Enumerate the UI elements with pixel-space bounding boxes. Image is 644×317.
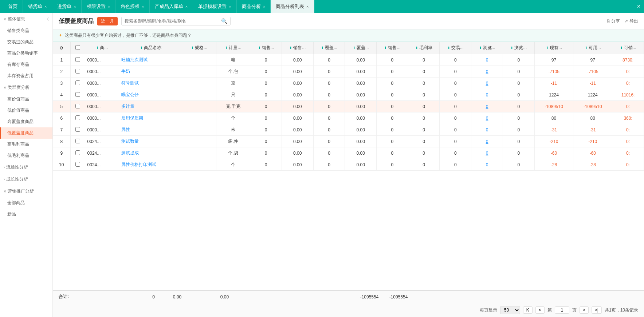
row-select-checkbox[interactable]	[75, 69, 80, 74]
page-number-input[interactable]	[555, 306, 569, 314]
sidebar-section-cluster[interactable]: ∨ 类群度分析	[0, 82, 52, 94]
sidebar-item-new-products[interactable]: 新品	[0, 209, 52, 220]
sidebar-item-sales-products[interactable]: 销售类商品	[0, 25, 52, 36]
row-browse1[interactable]: 0	[471, 124, 503, 136]
close-icon[interactable]: ×	[229, 4, 231, 9]
sort-icon[interactable]: ⬆	[289, 46, 292, 50]
sort-icon[interactable]: ⬆	[546, 46, 549, 50]
sidebar-item-in-stock[interactable]: 有库存商品	[0, 59, 52, 70]
row-checkbox[interactable]	[70, 101, 85, 112]
sort-icon[interactable]: ⬆	[96, 46, 99, 50]
close-icon[interactable]: ×	[142, 4, 144, 9]
row-select-checkbox[interactable]	[75, 127, 80, 132]
row-checkbox[interactable]	[70, 89, 85, 101]
close-icon[interactable]: ×	[74, 4, 76, 9]
row-checkbox[interactable]	[70, 136, 85, 147]
sidebar-item-traded-products[interactable]: 交易过的商品	[0, 36, 52, 48]
nav-product-analysis[interactable]: 商品分析 ×	[237, 0, 271, 13]
row-select-checkbox[interactable]	[75, 104, 80, 108]
row-select-checkbox[interactable]	[75, 80, 80, 85]
nav-purchase-order[interactable]: 进货单 ×	[52, 0, 81, 13]
sort-icon[interactable]: ⬆	[191, 46, 194, 50]
sort-icon[interactable]: ⬆	[447, 46, 450, 50]
row-browse1[interactable]: 0	[471, 136, 503, 147]
sort-icon[interactable]: ⬆	[321, 46, 324, 50]
window-close-icon[interactable]: ×	[637, 3, 640, 10]
select-all-checkbox[interactable]	[75, 45, 80, 50]
row-name[interactable]: 旺铺批次测试	[119, 54, 182, 66]
sort-icon[interactable]: ⬆	[415, 46, 418, 50]
last-page-button[interactable]: >|	[592, 306, 602, 314]
sidebar-item-high-coverage[interactable]: 高覆盖度商品	[0, 116, 52, 127]
sidebar-item-low-gross[interactable]: 低毛利商品	[0, 150, 52, 161]
row-browse1[interactable]: 0	[471, 147, 503, 159]
sidebar-item-low-coverage[interactable]: 低覆盖度商品	[0, 127, 52, 139]
sort-icon[interactable]: ⬆	[620, 46, 623, 50]
sort-icon[interactable]: ⬆	[479, 46, 482, 50]
checkbox-column-header[interactable]	[70, 42, 85, 54]
export-button[interactable]: ↗ 导出	[624, 18, 638, 24]
row-select-checkbox[interactable]	[75, 92, 80, 97]
sidebar-item-all-products[interactable]: 全部商品	[0, 197, 52, 209]
next-page-button[interactable]: >	[580, 306, 589, 314]
row-browse1[interactable]: 0	[471, 89, 503, 101]
row-browse1[interactable]: 0	[471, 54, 503, 66]
sidebar-item-inventory-capital[interactable]: 库存资金占用	[0, 70, 52, 82]
row-checkbox[interactable]	[70, 147, 85, 159]
row-name[interactable]: 启用保质期	[119, 112, 182, 124]
nav-permission-settings[interactable]: 权限设置 ×	[82, 0, 115, 13]
row-checkbox[interactable]	[70, 78, 85, 89]
sidebar-section-growth[interactable]: › 成长性分析	[0, 173, 52, 185]
page-size-select[interactable]: 50 20 100	[500, 306, 520, 314]
prev-page-button[interactable]: <	[535, 306, 545, 314]
row-checkbox[interactable]	[70, 54, 85, 66]
share-button[interactable]: ⎘ 分享	[607, 18, 620, 24]
first-page-button[interactable]: K	[523, 306, 533, 314]
time-filter-button[interactable]: 近一月	[97, 17, 118, 25]
row-browse1[interactable]: 0	[471, 101, 503, 112]
nav-product-analysis-list[interactable]: 商品分析列表 ×	[271, 0, 314, 13]
row-name[interactable]: 属性	[119, 124, 182, 136]
close-icon[interactable]: ×	[185, 4, 188, 9]
row-checkbox[interactable]	[70, 124, 85, 136]
sort-icon[interactable]: ⬆	[353, 46, 356, 50]
row-name[interactable]: 多计量	[119, 101, 182, 112]
close-icon[interactable]: ×	[263, 4, 265, 9]
nav-template-settings[interactable]: 单据模板设置 ×	[193, 0, 236, 13]
nav-home[interactable]: 首页	[3, 0, 23, 13]
row-browse1[interactable]: 0	[471, 112, 503, 124]
row-name[interactable]: 属性价格打印测试	[119, 159, 182, 171]
sidebar-section-liquidity[interactable]: › 流通性分析	[0, 161, 52, 173]
row-name[interactable]: 符号测试	[119, 78, 182, 89]
settings-column-header[interactable]: ⚙	[53, 42, 70, 54]
row-name[interactable]: 测试提成	[119, 147, 182, 159]
row-checkbox[interactable]	[70, 112, 85, 124]
row-name[interactable]: 牛奶	[119, 66, 182, 78]
collapse-icon[interactable]: 《	[45, 17, 49, 22]
sidebar-item-category-sales-rate[interactable]: 商品分类动销率	[0, 48, 52, 59]
row-checkbox[interactable]	[70, 159, 85, 171]
sort-icon[interactable]: ⬆	[384, 46, 387, 50]
row-select-checkbox[interactable]	[75, 150, 80, 155]
row-checkbox[interactable]	[70, 66, 85, 78]
row-select-checkbox[interactable]	[75, 162, 80, 167]
close-icon[interactable]: ×	[306, 4, 309, 9]
nav-product-inbound[interactable]: 产成品入库单 ×	[150, 0, 193, 13]
sort-icon[interactable]: ⬆	[585, 46, 588, 50]
sidebar-item-low-value[interactable]: 低价值商品	[0, 105, 52, 116]
row-select-checkbox[interactable]	[75, 115, 80, 120]
sidebar-item-high-value[interactable]: 高价值商品	[0, 94, 52, 105]
sort-icon[interactable]: ⬆	[140, 46, 143, 50]
search-input[interactable]	[125, 19, 221, 24]
sort-icon[interactable]: ⬆	[510, 46, 513, 50]
row-browse1[interactable]: 0	[471, 66, 503, 78]
row-browse1[interactable]: 0	[471, 159, 503, 171]
sort-icon[interactable]: ⬆	[225, 46, 228, 50]
row-name[interactable]: 眠宝公仔	[119, 89, 182, 101]
row-select-checkbox[interactable]	[75, 57, 80, 62]
sidebar-section-overall[interactable]: ∨ 整体信息 《	[0, 13, 52, 25]
sidebar-item-high-gross[interactable]: 高毛利商品	[0, 139, 52, 150]
sort-icon[interactable]: ⬆	[258, 46, 261, 50]
sidebar-section-marketing[interactable]: ∨ 营销推广分析	[0, 185, 52, 197]
nav-sales-order[interactable]: 销货单 ×	[23, 0, 52, 13]
